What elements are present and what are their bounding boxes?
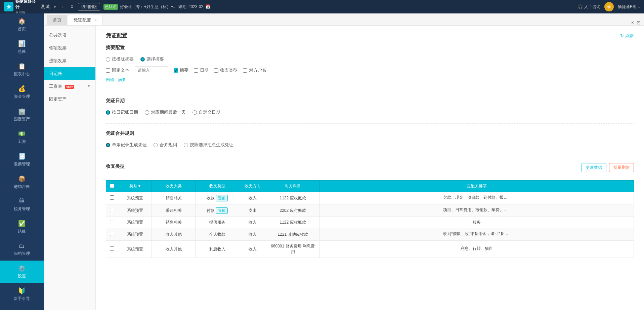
date-radio-custom[interactable]: 自定义日期 (192, 109, 220, 115)
td-keyword-0: 欠款、现金、项目款、到付款、报销款、汇入、... (320, 192, 634, 204)
summary-radio-select[interactable]: 选择摘要 (140, 56, 164, 62)
merge-radio-rules[interactable]: 合并规则 (154, 142, 177, 148)
table-row: 系统预置 采购相关 付款 置顶 支出 2202 应付账款 项目、日常费用、报销款… (106, 204, 634, 217)
company-dropdown-icon[interactable]: ▾ (54, 4, 56, 9)
select-all-checkbox[interactable] (110, 184, 114, 188)
counterparty-checkbox[interactable] (243, 68, 247, 73)
merge-radio-summary[interactable]: 按照选择汇总生成凭证 (184, 142, 233, 148)
td-checkbox-2[interactable] (106, 217, 118, 228)
td-checkbox-0[interactable] (106, 192, 118, 204)
td-checkbox-4[interactable] (106, 241, 118, 258)
expand-window-button[interactable]: ⊡ (637, 20, 641, 25)
fixed-text-input[interactable] (135, 66, 168, 74)
summary-title: 摘要配置 (106, 45, 634, 51)
summary-template-radio[interactable] (106, 57, 110, 62)
date-custom-radio[interactable] (192, 110, 197, 115)
company-selector[interactable]: 测试 (41, 4, 50, 10)
sidebar-item-purchase-sales[interactable]: 📦 进销台账 (0, 171, 44, 194)
row-checkbox-3[interactable] (110, 232, 114, 236)
top-tag-0[interactable]: 置顶 (216, 195, 228, 201)
switch-version-button[interactable]: 切到旧版 (78, 3, 100, 11)
sidebar-item-invoice[interactable]: 🧾 发票管理 (0, 149, 44, 171)
th-account: 对方科目 (266, 181, 320, 192)
merge-summary-radio[interactable] (184, 143, 188, 147)
summary-checkbox[interactable] (174, 68, 178, 73)
row-checkbox-1[interactable] (110, 208, 114, 212)
headset-icon: 🎧 (578, 4, 583, 9)
left-nav-payroll[interactable]: 工资表 NEW ▾ (44, 80, 95, 93)
add-button[interactable]: ＋ (59, 3, 66, 10)
support-link[interactable]: 🎧 人工咨询 (578, 4, 600, 10)
td-account-3: 1221 其他应收款 (266, 228, 320, 241)
td-checkbox-3[interactable] (106, 228, 118, 241)
td-category-0: 系统预置 (118, 192, 152, 204)
sidebar-item-fixed-assets[interactable]: 🏢 固定资产 (0, 104, 44, 126)
date-checkbox[interactable] (194, 68, 198, 73)
avatar[interactable]: 畅 (604, 2, 614, 11)
sidebar-item-payroll[interactable]: 💵 工资 (0, 126, 44, 149)
date-last-day-radio[interactable] (145, 110, 149, 115)
tab-close-icon[interactable]: × (94, 18, 97, 23)
batch-delete-button[interactable]: 批量删除 (609, 163, 634, 172)
td-type-2: 提供服务 (196, 217, 239, 228)
tab-home[interactable]: 首页 (47, 15, 67, 25)
summary-radio-template[interactable]: 按模版摘要 (106, 56, 134, 62)
status-items: 好会计（专）+好生意（标）+... (120, 4, 176, 10)
th-big-type: 收支大类 (152, 181, 196, 192)
td-big-type-1: 采购相关 (152, 204, 196, 217)
left-nav-fixed-assets[interactable]: 固定资产 (44, 93, 95, 106)
sidebar-item-settings[interactable]: ⚙️ 设置 (0, 261, 44, 283)
td-checkbox-1[interactable] (106, 204, 118, 217)
fixed-text-checkbox[interactable] (106, 68, 110, 73)
update-data-button[interactable]: 更新数据 (582, 163, 606, 172)
sidebar-item-member[interactable]: 👑 畅会员 (0, 306, 44, 310)
refresh-button[interactable]: ↻ 刷新 (620, 33, 634, 39)
left-nav-sales-invoice[interactable]: 销项发票 (44, 42, 95, 54)
calendar-icon[interactable]: 📅 (205, 4, 210, 9)
summary-select-radio[interactable] (140, 57, 145, 62)
home-icon: 🏠 (18, 17, 26, 25)
content-area: 首页 凭证配置 × × ⊡ 公共选项 销项发票 进项发票 日记账 工资表 NEW (44, 13, 644, 310)
close-window-button[interactable]: × (631, 20, 634, 25)
sidebar-item-archive[interactable]: 🗂 归档管理 (0, 238, 44, 261)
tab-voucher-config[interactable]: 凭证配置 × (68, 15, 102, 25)
row-checkbox-0[interactable] (110, 195, 114, 200)
merge-radio-group: 单条记录生成凭证 合并规则 按照选择汇总生成凭证 (106, 142, 634, 148)
td-keyword-4: 利息、行转、猫自 (320, 241, 634, 258)
checkbox-fixed-text[interactable]: 固定文本 (106, 67, 129, 73)
left-nav-public[interactable]: 公共选项 (44, 29, 95, 42)
checkbox-counterparty[interactable]: 对方户名 (243, 67, 266, 73)
config-area: 凭证配置 ↻ 刷新 摘要配置 按模版摘要 (96, 26, 644, 310)
income-type-checkbox[interactable] (214, 68, 218, 73)
sidebar-item-ledger[interactable]: 📊 总账 (0, 36, 44, 59)
sidebar-item-home[interactable]: 🏠 首页 (0, 13, 44, 36)
date-radio-journal[interactable]: 按日记账日期 (106, 109, 138, 115)
new-badge: NEW (65, 85, 74, 89)
period-value[interactable]: 2023-02 (188, 4, 203, 9)
checkbox-date[interactable]: 日期 (194, 67, 209, 73)
merge-radio-single[interactable]: 单条记录生成凭证 (106, 142, 147, 148)
left-nav-purchase-invoice[interactable]: 进项发票 (44, 54, 95, 67)
top-tag-1[interactable]: 置顶 (216, 207, 228, 214)
checkbox-summary[interactable]: 摘要 (174, 67, 188, 73)
settings-button[interactable]: ⚙ (69, 4, 75, 10)
merge-rules-radio[interactable] (154, 143, 158, 147)
income-expense-section: 收支类型 更新数据 批量删除 类别 ▾ 收支大类 收支类型 (106, 163, 634, 258)
expand-arrow-icon: ▾ (88, 83, 90, 88)
merge-section: 凭证合并规则 单条记录生成凭证 合并规则 按照选择汇总生成凭证 (106, 130, 634, 148)
th-checkbox[interactable] (106, 181, 118, 192)
sidebar-item-tax[interactable]: 🏛 税务管理 (0, 194, 44, 216)
date-radio-last-day[interactable]: 对应期间最后一天 (145, 109, 186, 115)
row-checkbox-2[interactable] (110, 220, 114, 224)
td-direction-2: 收入 (239, 217, 266, 228)
sidebar-item-funds[interactable]: 💰 资金管理 (0, 81, 44, 104)
checkbox-income-type[interactable]: 收支类型 (214, 67, 238, 73)
sidebar-item-reports[interactable]: 📋 报表中心 (0, 59, 44, 81)
merge-single-radio[interactable] (106, 143, 110, 147)
sidebar-item-guide[interactable]: 🔰 新手引导 (0, 283, 44, 306)
left-nav-journal[interactable]: 日记账 (44, 67, 95, 80)
sidebar-item-close[interactable]: ✅ 结账 (0, 216, 44, 238)
row-checkbox-4[interactable] (110, 246, 114, 251)
merge-title: 凭证合并规则 (106, 130, 634, 137)
date-journal-radio[interactable] (106, 110, 110, 115)
